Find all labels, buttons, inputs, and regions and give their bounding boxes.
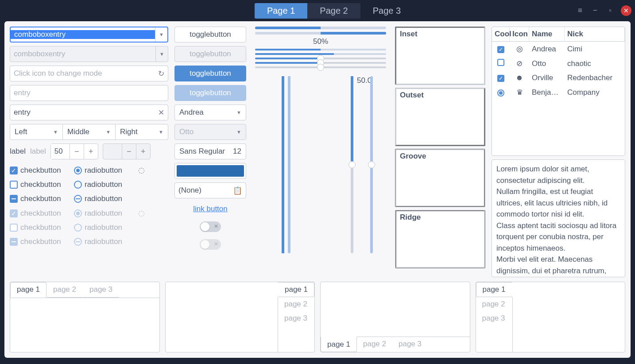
frame-ridge: Ridge <box>395 210 485 268</box>
refresh-icon[interactable]: ↻ <box>158 69 164 78</box>
row-checkbox[interactable]: ✓ <box>497 46 504 53</box>
th-name[interactable]: Name <box>529 27 565 41</box>
notebook-top: page 1 page 2 page 3 <box>10 282 160 352</box>
nb-tab-3[interactable]: page 3 <box>278 311 314 325</box>
label-disabled: label <box>30 147 46 156</box>
row-radio[interactable] <box>497 89 504 97</box>
header-tab-1[interactable]: Page 1 <box>255 3 307 19</box>
spinbutton[interactable]: − + <box>50 143 98 159</box>
switch-1[interactable]: ✕ <box>200 221 221 232</box>
color-swatch <box>177 165 244 177</box>
checkbutton-2[interactable]: checkbutton <box>10 180 74 189</box>
th-nick[interactable]: Nick <box>565 27 625 41</box>
table-row[interactable]: ✓ ◎ Andrea Cimi <box>492 42 625 56</box>
comboboxentry-2: comboboxentry ▼ <box>10 46 168 62</box>
checkbutton-6-disabled: checkbutton <box>10 237 74 246</box>
nb-tab-3[interactable]: page 3 <box>83 282 119 298</box>
comboboxentry-1[interactable]: comboboxentry ▼ <box>10 27 168 43</box>
th-icon[interactable]: Icon <box>510 27 529 41</box>
file-chooser-button[interactable]: (None)📋 <box>174 182 246 198</box>
entry-mode-input[interactable] <box>14 69 158 78</box>
triple-left[interactable]: Left▼ <box>10 124 63 140</box>
textview[interactable]: Lorem ipsum dolor sit amet, consectetur … <box>492 159 625 277</box>
titlebar: Page 1 Page 2 Page 3 ≡ − ▫ ✕ <box>0 0 635 21</box>
row-checkbox[interactable] <box>497 59 504 66</box>
checkbutton-5-disabled: checkbutton <box>10 223 74 232</box>
entry-mode[interactable]: ↻ <box>10 66 168 81</box>
entry-clearable[interactable]: ✕ <box>10 105 168 120</box>
spin-value[interactable] <box>51 144 70 159</box>
nb-tab-3[interactable]: page 3 <box>476 311 513 325</box>
nb-tab-2[interactable]: page 2 <box>46 282 83 298</box>
th-cool[interactable]: Cool <box>492 27 510 41</box>
header-tab-3[interactable]: Page 3 <box>360 3 413 19</box>
entry-clearable-input[interactable] <box>14 108 158 117</box>
row-checkbox[interactable]: ✓ <box>497 75 504 82</box>
maximize-icon[interactable]: ▫ <box>606 6 615 15</box>
radiobutton-2[interactable]: radiobutton <box>74 180 138 189</box>
combobox-andrea[interactable]: Andrea▼ <box>174 105 246 120</box>
togglebutton-1[interactable]: togglebutton <box>174 27 246 43</box>
link-button[interactable]: link button <box>174 202 246 216</box>
radiobutton-4-disabled: radiobutton <box>74 209 138 218</box>
hamburger-icon[interactable]: ≡ <box>576 6 585 15</box>
spin-plus[interactable]: + <box>84 144 98 159</box>
triple-middle[interactable]: Middle▼ <box>63 124 116 140</box>
checkbutton-4-disabled: ✓checkbutton <box>10 209 74 218</box>
frame-inset: Inset <box>395 27 485 85</box>
checkbutton-3[interactable]: checkbutton <box>10 194 74 203</box>
table-row[interactable]: ✓ ☻ Orville Redenbacher <box>492 71 625 85</box>
header-tab-2[interactable]: Page 2 <box>307 3 360 19</box>
font-button[interactable]: Sans Regular12 <box>174 143 246 159</box>
row-icon: ♛ <box>510 87 529 98</box>
label-row: label label − + − + <box>10 143 168 159</box>
togglebutton-4-active-disabled: togglebutton <box>174 85 246 101</box>
nb-tab-2[interactable]: page 2 <box>357 337 392 352</box>
close-icon[interactable]: ✕ <box>621 5 631 16</box>
entry-placeholder-input[interactable] <box>14 89 164 97</box>
color-button[interactable] <box>174 163 246 179</box>
togglebutton-2-disabled: togglebutton <box>174 46 246 62</box>
frame-groove: Groove <box>395 149 485 207</box>
togglebutton-3-active[interactable]: togglebutton <box>174 66 246 81</box>
table-row[interactable]: ♛ Benja… Company <box>492 85 625 100</box>
entry-placeholder[interactable] <box>10 85 168 101</box>
radiobutton-1[interactable]: radiobutton <box>74 166 138 175</box>
nb-tab-3[interactable]: page 3 <box>392 337 428 352</box>
vertical-scale-3[interactable]: 50.0 <box>351 76 353 253</box>
combo-entry-1-input[interactable]: comboboxentry <box>11 30 155 39</box>
spinbutton-disabled: − + <box>103 143 151 159</box>
nb-tab-2[interactable]: page 2 <box>278 297 314 311</box>
scale-3[interactable] <box>255 66 386 68</box>
row-icon: ☻ <box>510 73 529 83</box>
spin-minus[interactable]: − <box>70 144 84 159</box>
nb-tab-1[interactable]: page 1 <box>476 282 513 297</box>
spinner-icon-disabled: ◌ <box>138 209 156 218</box>
vertical-scale-1[interactable] <box>282 76 284 253</box>
vertical-scale-4[interactable] <box>370 76 373 253</box>
checkbutton-1[interactable]: ✓checkbutton <box>10 166 74 175</box>
nb-tab-2[interactable]: page 2 <box>476 297 513 311</box>
combo-1-dropdown-icon[interactable]: ▼ <box>155 27 167 42</box>
content: comboboxentry ▼ comboboxentry ▼ ↻ ✕ Left… <box>4 21 631 358</box>
column-progress: 50% 50.0 <box>252 27 389 277</box>
nb-tab-1[interactable]: page 1 <box>278 282 314 297</box>
spin-value-disabled <box>103 144 122 159</box>
nb-tab-1[interactable]: page 1 <box>10 282 46 298</box>
vertical-scale-2[interactable] <box>288 76 290 253</box>
nb-tab-1[interactable]: page 1 <box>321 337 357 352</box>
triple-right[interactable]: Right▼ <box>116 124 168 140</box>
notebook-left: page 1 page 2 page 3 <box>476 282 626 352</box>
column-entries: comboboxentry ▼ comboboxentry ▼ ↻ ✕ Left… <box>10 27 168 277</box>
clear-icon[interactable]: ✕ <box>158 108 164 117</box>
label-enabled: label <box>10 147 26 156</box>
treeview[interactable]: Cool Icon Name Nick ✓ ◎ Andrea Cimi ⊘ Ot… <box>492 27 625 156</box>
spin-minus-disabled: − <box>122 144 136 159</box>
minimize-icon[interactable]: − <box>591 6 600 15</box>
radiobutton-3[interactable]: radiobutton <box>74 194 138 203</box>
progressbar-1 <box>255 27 386 29</box>
triple-select: Left▼ Middle▼ Right▼ <box>10 124 168 140</box>
notebooks-row: page 1 page 2 page 3 page 1 page 2 page … <box>10 282 625 352</box>
table-row[interactable]: ⊘ Otto chaotic <box>492 56 625 71</box>
spinner-icon: ◌ <box>138 166 156 175</box>
